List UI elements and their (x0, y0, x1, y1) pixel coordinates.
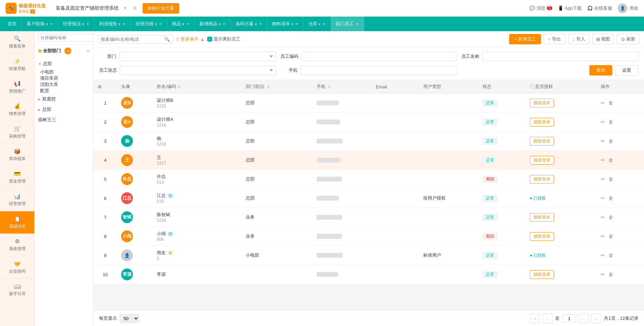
edit-btn[interactable]: ✏ (601, 157, 605, 163)
bom-tab-close[interactable]: ✕ (295, 22, 298, 26)
nav-tab-profit[interactable]: 利润报告 ▾ ✕ (94, 17, 131, 31)
edit-btn[interactable]: ✏ (601, 100, 605, 106)
dept-panel-collapse[interactable]: » (87, 48, 90, 54)
edit-btn[interactable]: ✏ (601, 234, 605, 239)
filter-empstatus-select[interactable] (120, 66, 276, 75)
goods-tab-close[interactable]: ✕ (186, 22, 189, 26)
name-sort-icon[interactable]: ⇅ (178, 85, 181, 89)
profit-tab-close[interactable]: ✕ (123, 22, 126, 26)
edit-btn[interactable]: ✏ (601, 138, 605, 144)
barcode-tab-close[interactable]: ✕ (259, 22, 262, 26)
search-btn[interactable]: 查询 (589, 65, 612, 76)
dept-node-zongbu2[interactable]: ▶ 总部 (35, 104, 93, 115)
edit-btn[interactable]: ✏ (601, 119, 605, 125)
dept-node-zongbu[interactable]: ▼ 总部 (35, 59, 93, 69)
dept-xiaodian[interactable]: 小电部 (40, 69, 93, 75)
warehouse-tab-close[interactable]: ✕ (323, 22, 326, 26)
delete-btn[interactable]: 🗑 (608, 195, 613, 201)
dept-all[interactable]: ⊞ 全部部门 + (38, 47, 71, 54)
first-page-btn[interactable]: « (530, 314, 540, 323)
message-btn[interactable]: 💬 消息 5 (529, 5, 552, 11)
auth-btn[interactable]: 授权登录 (530, 118, 554, 126)
info-icon[interactable]: ⓘ (530, 84, 534, 89)
nav-item-inventory[interactable]: 📦 库存核算 (0, 144, 34, 166)
reset-btn[interactable]: 设置 (615, 65, 638, 76)
edit-btn[interactable]: ✏ (601, 214, 605, 220)
search-input[interactable] (101, 37, 163, 42)
resign-checkbox[interactable]: ✓ (207, 37, 212, 42)
nav-tab-employee[interactable]: 部门员工 ✕ (331, 17, 364, 31)
col-name[interactable]: 姓名/编码 ⇅ (153, 80, 242, 94)
edit-btn[interactable]: ✏ (601, 272, 605, 277)
auth-btn[interactable]: 授权登录 (530, 137, 554, 146)
col-dept[interactable]: 部门/职位 ⇅ (242, 80, 312, 94)
nav-tab-newgoods[interactable]: 新增商品 ▾ ✕ (194, 17, 231, 31)
filter-btn[interactable]: ▽ 更多条件 ▲ (176, 36, 205, 42)
next-page-btn[interactable]: › (579, 314, 589, 323)
delete-btn[interactable]: 🗑 (608, 253, 613, 258)
edit-btn[interactable]: ✏ (601, 253, 605, 258)
nav-item-system[interactable]: ⚙ 系统管理 (0, 234, 34, 256)
auth-btn[interactable]: 授权登录 (530, 156, 554, 165)
delete-btn[interactable]: 🗑 (608, 100, 613, 106)
filter-phone-input[interactable] (300, 66, 457, 75)
title-arrow-icon[interactable]: ▼ (123, 6, 127, 11)
auth-btn[interactable]: 授权登录 (530, 99, 554, 107)
dept-node-shuanglu[interactable]: ▶ 双鹿想 (35, 94, 93, 104)
auth-btn[interactable]: 授权登录 (530, 213, 554, 222)
delete-btn[interactable]: 🗑 (608, 157, 613, 163)
dept-sort-icon[interactable]: ⇅ (267, 85, 270, 89)
nav-tab-barcode[interactable]: 条码方案 ▾ ✕ (231, 17, 267, 31)
auth-btn[interactable]: 授权登录 (530, 270, 554, 279)
employee-tab-close[interactable]: ✕ (356, 22, 359, 26)
page-size-select[interactable]: 50 100 (120, 314, 139, 323)
export-btn[interactable]: ↑ 导出 (544, 34, 565, 44)
nav-tab-history[interactable]: 经营历程 ▾ ✕ (131, 17, 167, 31)
nav-item-basic[interactable]: 📋 基础信息 (0, 211, 34, 234)
online-service-btn[interactable]: 🎧 在线客服 (587, 5, 612, 11)
customer-tab-close[interactable]: ✕ (50, 22, 53, 26)
nav-tab-warehouse[interactable]: 仓库 ▾ ✕ (303, 17, 331, 31)
last-page-btn[interactable]: » (591, 314, 601, 323)
auth-btn[interactable]: 授权登录 (530, 175, 554, 184)
filter-empname-input[interactable] (482, 52, 638, 61)
nav-tab-customer[interactable]: 客户联络 ▾ ✕ (22, 17, 58, 31)
nav-item-sales[interactable]: 💰 销售管理 (0, 99, 34, 121)
search-icon[interactable]: 🔍 (164, 37, 170, 42)
delete-btn[interactable]: 🗑 (608, 214, 613, 220)
user-area[interactable]: 👤 用友 (618, 3, 638, 13)
nav-tab-goods[interactable]: 商品 ▾ ✕ (167, 17, 194, 31)
trial-btn[interactable]: 体验行业方案 (143, 3, 179, 14)
nav-item-shortcut[interactable]: ⚡ 快捷导航 (0, 54, 34, 76)
import-btn[interactable]: ↓ 导入 (568, 34, 590, 44)
dept-search-input[interactable] (40, 35, 92, 40)
newgoods-tab-close[interactable]: ✕ (223, 22, 226, 26)
phone-sort-icon[interactable]: ⇅ (328, 85, 330, 89)
nav-item-finance[interactable]: 💳 资金管理 (0, 166, 34, 189)
dept-shenyang[interactable]: 沈阳大库 (40, 81, 93, 88)
nav-item-purchase[interactable]: 🛒 采购管理 (0, 121, 34, 144)
show-resign[interactable]: ✓ 显示离职员工 (207, 36, 241, 42)
delete-btn[interactable]: 🗑 (608, 138, 613, 144)
dept-peihuo[interactable]: 配货 (40, 88, 93, 94)
print-btn[interactable]: ⊙ 刷新 (617, 34, 640, 44)
delete-btn[interactable]: 🗑 (608, 234, 613, 239)
nav-tab-management[interactable]: 经营情况 ▾ ✕ (58, 17, 94, 31)
management-tab-close[interactable]: ✕ (86, 22, 89, 26)
nav-item-collab[interactable]: 🤝 企业协同 (0, 256, 34, 279)
delete-btn[interactable]: 🗑 (608, 176, 613, 182)
prev-page-btn[interactable]: ‹ (543, 314, 552, 323)
col-phone[interactable]: 手机 ⇅ (312, 80, 372, 94)
nav-tab-bom[interactable]: 物料清单 ▾ ✕ (267, 17, 303, 31)
edit-btn[interactable]: ✏ (601, 195, 605, 201)
filter-empcode-input[interactable] (301, 52, 457, 61)
history-tab-close[interactable]: ✕ (159, 22, 162, 26)
nav-tab-home[interactable]: 首页 (3, 17, 22, 31)
nav-item-search[interactable]: 🔍 搜索菜单 (0, 31, 34, 54)
app-download-btn[interactable]: 📱 App下载 (558, 5, 582, 11)
auth-btn[interactable]: 授权登录 (530, 232, 554, 241)
nav-item-marketing[interactable]: 📢 营销推广 (0, 76, 34, 99)
dept-add-btn[interactable]: + (64, 47, 71, 54)
delete-btn[interactable]: 🗑 (608, 272, 613, 277)
view-btn[interactable]: ⊞ 视图 (592, 34, 614, 44)
